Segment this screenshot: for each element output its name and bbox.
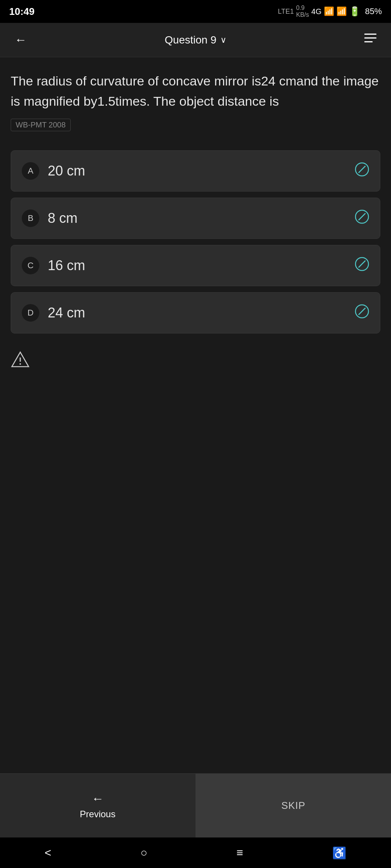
option-b[interactable]: B 8 cm [11,198,380,239]
skip-button[interactable]: SKIP [196,774,391,837]
nav-bar: ← Question 9 ∨ [0,23,391,57]
option-d[interactable]: D 24 cm [11,292,380,333]
option-b-left: B 8 cm [22,209,78,227]
lte-label: LTE1 [278,8,294,16]
question-section: The radius of curvature of concave mirro… [0,57,391,139]
bottom-nav: ← Previous SKIP [0,773,391,837]
svg-rect-0 [364,34,376,35]
signal-icon2: 📶 [336,6,347,16]
speed-label: 0.9KB/s [296,5,309,18]
menu-button[interactable] [360,30,380,50]
svg-line-6 [359,213,365,220]
svg-rect-1 [364,37,376,39]
skip-label: SKIP [281,800,305,812]
option-a-left: A 20 cm [22,162,85,180]
svg-line-4 [359,166,365,173]
previous-arrow-icon: ← [92,792,104,806]
option-b-label: B [22,209,39,227]
option-b-text: 8 cm [48,210,78,226]
previous-label: Previous [80,809,115,820]
option-d-label: D [22,304,39,322]
svg-line-10 [359,308,365,315]
system-accessibility-button[interactable]: ♿ [325,842,354,863]
option-a-text: 20 cm [48,163,85,179]
content-spacer [0,372,391,773]
question-source: WB-PMT 2008 [11,119,71,131]
battery-percent: 85% [365,6,382,16]
nav-title: Question 9 [165,34,216,46]
question-text: The radius of curvature of concave mirro… [11,71,380,111]
svg-rect-2 [364,41,373,42]
system-back-button[interactable]: < [37,842,59,863]
option-c-left: C 16 cm [22,257,85,274]
battery-icon: 🔋 [349,6,360,17]
option-a[interactable]: A 20 cm [11,150,380,192]
status-right-group: LTE1 0.9KB/s 4G 📶 📶 🔋 85% [278,5,382,18]
chevron-down-icon[interactable]: ∨ [220,35,226,45]
options-section: A 20 cm B 8 cm C 16 cm [0,139,391,347]
nav-title-container: Question 9 ∨ [165,34,226,46]
option-b-icon [355,209,369,227]
option-c[interactable]: C 16 cm [11,245,380,286]
svg-line-8 [359,261,365,267]
warning-icon[interactable] [11,353,30,371]
status-bar: 10:49 LTE1 0.9KB/s 4G 📶 📶 🔋 85% [0,0,391,23]
option-a-icon [355,162,369,180]
option-d-left: D 24 cm [22,304,85,322]
back-button[interactable]: ← [11,29,31,51]
svg-point-13 [19,363,21,365]
option-c-label: C [22,257,39,274]
system-nav-bar: < ○ ≡ ♿ [0,837,391,868]
option-d-text: 24 cm [48,305,85,321]
network-type: 4G [311,7,322,16]
system-home-button[interactable]: ○ [133,842,155,863]
network-info: LTE1 0.9KB/s 4G 📶 📶 🔋 [278,5,360,18]
signal-icon: 📶 [324,6,334,16]
option-c-icon [355,257,369,274]
option-a-label: A [22,162,39,180]
status-time: 10:49 [9,6,35,18]
system-recents-button[interactable]: ≡ [229,842,251,863]
warning-section [0,347,391,372]
previous-button[interactable]: ← Previous [0,774,196,837]
option-c-text: 16 cm [48,258,85,274]
option-d-icon [355,304,369,322]
